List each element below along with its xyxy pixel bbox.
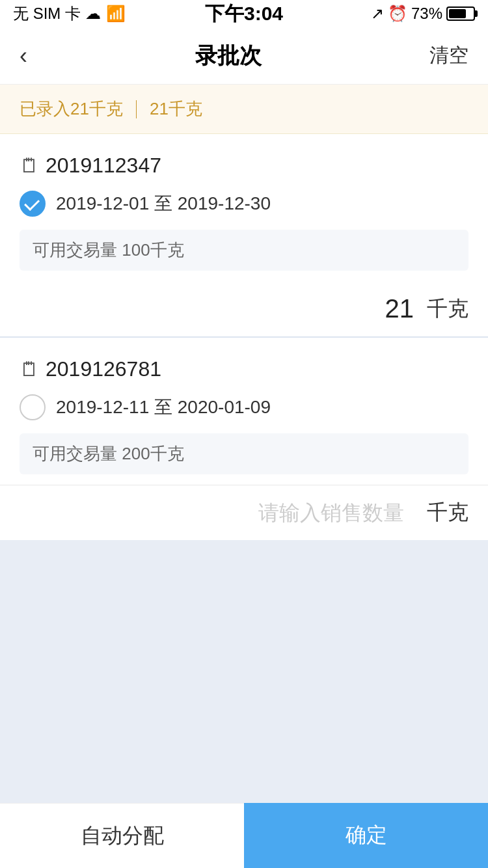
battery-percent: 73% <box>411 5 442 23</box>
summary-recorded-label: 已录入21千克 <box>20 98 123 120</box>
batch-1-icon: 🗒 <box>20 155 39 177</box>
batch-1-header: 🗒 2019112347 <box>0 134 488 184</box>
batch-2-radio[interactable] <box>20 394 46 420</box>
batch-2-date: 2019-12-11 至 2020-01-09 <box>56 395 271 420</box>
summary-divider <box>136 100 137 118</box>
status-right: ↗ ⏰ 73% <box>371 5 475 23</box>
summary-value: 21千克 <box>150 98 202 120</box>
batch-2-input-row: 千克 <box>0 485 488 540</box>
batch-2-unit: 千克 <box>427 498 468 527</box>
back-button[interactable]: ‹ <box>20 42 27 70</box>
batch-1-available-qty: 可用交易量 100千克 <box>20 230 468 271</box>
batch-2-id: 2019126781 <box>46 357 161 381</box>
clear-button[interactable]: 清空 <box>429 42 468 69</box>
summary-banner: 已录入21千克 21千克 <box>0 85 488 134</box>
batch-1-id: 2019112347 <box>46 154 161 178</box>
alarm-icon: ⏰ <box>388 5 407 23</box>
batch-2-available-qty: 可用交易量 200千克 <box>20 433 468 474</box>
batch-1-radio[interactable] <box>20 191 46 217</box>
confirm-button[interactable]: 确定 <box>244 803 488 868</box>
nav-bar: ‹ 录批次 清空 <box>0 27 488 85</box>
auto-distribute-button[interactable]: 自动分配 <box>0 803 244 868</box>
batch-1-date-row[interactable]: 2019-12-01 至 2019-12-30 <box>0 184 488 223</box>
batch-1-unit: 千克 <box>427 295 468 323</box>
wifi-icon: 📶 <box>106 5 126 23</box>
no-sim-label: 无 SIM 卡 ☁ <box>13 3 101 24</box>
batch-1-amount: 21 <box>385 294 414 323</box>
battery-icon <box>446 7 475 21</box>
batch-1-date: 2019-12-01 至 2019-12-30 <box>56 191 271 216</box>
batch-card-1: 🗒 2019112347 2019-12-01 至 2019-12-30 可用交… <box>0 134 488 336</box>
status-time: 下午3:04 <box>205 1 283 27</box>
batch-2-header: 🗒 2019126781 <box>0 338 488 388</box>
batch-card-2: 🗒 2019126781 2019-12-11 至 2020-01-09 可用交… <box>0 338 488 540</box>
batch-2-date-row[interactable]: 2019-12-11 至 2020-01-09 <box>0 388 488 427</box>
status-bar: 无 SIM 卡 ☁ 📶 下午3:04 ↗ ⏰ 73% <box>0 0 488 27</box>
batch-2-qty-input[interactable] <box>20 501 414 525</box>
location-icon: ↗ <box>371 5 384 23</box>
batch-2-icon: 🗒 <box>20 359 39 381</box>
page-title: 录批次 <box>195 41 262 71</box>
batch-1-amount-row: 21 千克 <box>0 281 488 336</box>
status-left: 无 SIM 卡 ☁ 📶 <box>13 3 126 24</box>
bottom-bar: 自动分配 确定 <box>0 803 488 868</box>
